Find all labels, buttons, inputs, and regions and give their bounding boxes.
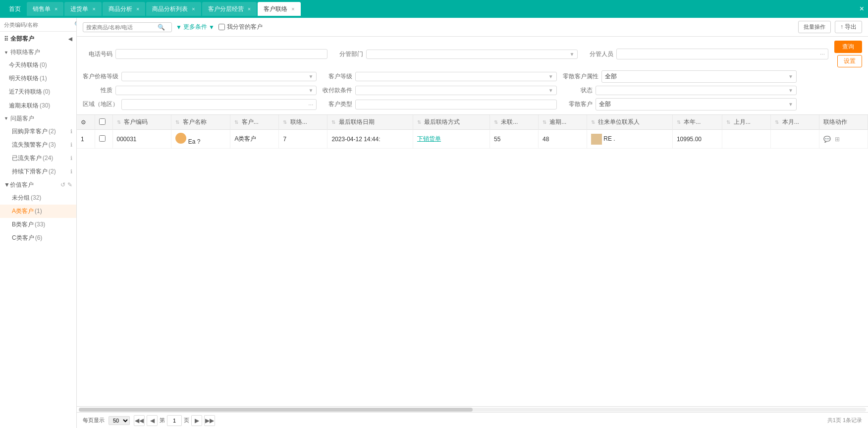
sidebar-edit-icon[interactable]: ✎ <box>67 181 72 188</box>
sidebar-info-icon-2[interactable]: ℹ <box>70 154 72 163</box>
sidebar-item-overdue-contact[interactable]: 逾期未联络 (30) <box>0 99 76 112</box>
total-records-info: 共1页 1条记录 <box>827 417 862 424</box>
tab-purchase-close[interactable]: × <box>92 6 95 12</box>
sidebar-refresh-icon[interactable]: ↺ <box>60 181 65 188</box>
filter-dept-label: 分管部门 <box>333 50 363 58</box>
sidebar-search-bar: 🔍 <box>0 18 76 32</box>
sidebar-wait-contact-header[interactable]: ▼ 待联络客户 <box>0 46 76 58</box>
sidebar-info-icon-0[interactable]: ℹ <box>70 127 72 136</box>
tab-customer-tier[interactable]: 客户分层经营 × <box>202 2 257 16</box>
tab-product-list-close[interactable]: × <box>192 6 195 12</box>
per-page-select[interactable]: 50 <box>108 416 130 425</box>
filter-nature-label: 性质 <box>83 86 112 95</box>
advanced-filter-panel: 电话号码 分管部门 ▼ 分管人员 ··· <box>77 37 868 115</box>
table-col-contacts-person: ⇅ 往来单位联系人 <box>587 115 672 130</box>
top-nav: 首页 销售单 × 进货单 × 商品分析 × 商品分析列表 × 客户分层经营 × … <box>0 0 868 18</box>
table-col-this-month-label: 本月... <box>782 118 799 125</box>
filter-retail-attr-select[interactable]: 全部 ▼ <box>601 70 797 83</box>
sidebar-item-tomorrow-contact[interactable]: 明天待联络 (1) <box>0 72 76 85</box>
sidebar-item-today-contact[interactable]: 今天待联络 (0) <box>0 58 76 72</box>
sidebar-search-input[interactable] <box>4 22 72 28</box>
filter-more-conditions[interactable]: ▼ 更多条件 ▼ <box>176 23 215 31</box>
filter-customer-type-input[interactable] <box>355 100 556 109</box>
tab-product-list[interactable]: 商品分析列表 × <box>146 2 201 16</box>
filter-field-customer-type: 客户类型 <box>323 100 556 109</box>
filter-search-input[interactable] <box>86 24 156 30</box>
first-page-button[interactable]: ◀◀ <box>134 415 145 426</box>
filter-customer-level-select[interactable]: ▼ <box>355 72 556 81</box>
tab-product-analysis-close[interactable]: × <box>136 6 139 12</box>
filter-manager-input[interactable]: ··· <box>616 49 828 59</box>
tab-purchase[interactable]: 进货单 × <box>64 2 101 16</box>
horizontal-scrollbar[interactable] <box>77 406 868 412</box>
tab-sales-close[interactable]: × <box>54 6 57 12</box>
filter-price-level-select[interactable]: ▼ <box>121 72 317 81</box>
sidebar-item-ungrouped[interactable]: 未分组 (32) <box>0 191 76 205</box>
prev-page-button[interactable]: ◀ <box>147 415 158 426</box>
sidebar-item-week-contact-label: 近7天待联络 <box>9 87 42 97</box>
filter-payment-select[interactable]: ▼ <box>355 86 556 95</box>
close-all-button[interactable]: × <box>860 4 864 13</box>
tab-sales[interactable]: 销售单 × <box>27 2 63 16</box>
nav-home[interactable]: 首页 <box>4 5 26 13</box>
row-clipboard-icon[interactable]: ⊞ <box>835 136 840 143</box>
select-all-checkbox[interactable] <box>99 118 106 125</box>
export-icon: ↑ <box>840 23 843 30</box>
tab-customer-contact-close[interactable]: × <box>291 6 294 12</box>
filter-retail-customer-label: 零散客户 <box>563 100 593 108</box>
query-button[interactable]: 查询 <box>834 41 862 53</box>
sidebar-item-churned-count: (24) <box>43 154 53 163</box>
filter-region-dots-icon[interactable]: ··· <box>308 101 313 108</box>
adv-filter-row-3: 性质 ▼ 收付款条件 ▼ 状态 <box>83 86 862 95</box>
sidebar-item-week-contact[interactable]: 近7天待联络 (0) <box>0 85 76 99</box>
filter-search-box: 🔍 <box>83 22 172 32</box>
filter-manager-dots-icon[interactable]: ··· <box>820 51 825 57</box>
sidebar-item-c-class[interactable]: C类客户 (6) <box>0 231 76 245</box>
row-checkbox[interactable] <box>99 135 106 142</box>
next-page-button[interactable]: ▶ <box>191 415 202 426</box>
customer-avatar <box>175 133 186 144</box>
filter-status-label: 状态 <box>563 86 593 95</box>
filter-field-retail-customer: 零散客户 全部 ▼ <box>563 98 797 110</box>
settings-button[interactable]: 设置 <box>837 55 862 67</box>
my-customers-checkbox[interactable] <box>218 24 225 30</box>
row-last-method-link[interactable]: 下销货单 <box>417 135 441 142</box>
table-col-code-label: 客户编码 <box>124 118 148 125</box>
sidebar-item-churned[interactable]: 已流失客户 (24) ℹ <box>0 152 76 165</box>
filter-phone-label: 电话号码 <box>83 50 112 58</box>
gear-icon[interactable]: ⚙ <box>81 119 86 126</box>
filter-status-select[interactable]: ▼ <box>596 86 797 95</box>
filter-search-icon[interactable]: 🔍 <box>158 24 165 31</box>
export-button[interactable]: ↑ 导出 <box>835 21 862 33</box>
filter-dept-select[interactable]: ▼ <box>366 50 578 59</box>
filter-nature-select[interactable]: ▼ <box>115 86 317 95</box>
filter-region-input[interactable]: ··· <box>121 99 317 110</box>
row-chat-icon[interactable]: 💬 <box>823 136 831 143</box>
sidebar-item-today-contact-count: (0) <box>40 60 47 70</box>
sidebar-info-icon-3[interactable]: ℹ <box>70 167 72 176</box>
sidebar-value-customer-arrow: ▼ <box>4 181 10 188</box>
scrollbar-thumb[interactable] <box>79 408 473 412</box>
sidebar-problem-customer-header[interactable]: ▼ 问题客户 <box>0 112 76 125</box>
sort-icon-last-method: ⇅ <box>417 119 421 125</box>
sidebar-item-repurchase-abnormal[interactable]: 回购异常客户 (2) ℹ <box>0 125 76 138</box>
page-number-input[interactable] <box>167 415 182 426</box>
table-col-last-method: ⇅ 最后联络方式 <box>413 115 490 130</box>
sidebar-wait-contact-title: 待联络客户 <box>10 48 40 56</box>
tab-customer-contact[interactable]: 客户联络 × <box>258 2 300 16</box>
last-page-button[interactable]: ▶▶ <box>204 415 215 426</box>
sidebar-item-b-class[interactable]: B类客户 (33) <box>0 218 76 231</box>
filter-phone-input[interactable] <box>115 49 327 59</box>
tab-customer-tier-close[interactable]: × <box>248 6 251 12</box>
filter-retail-customer-caret-icon: ▼ <box>788 102 793 107</box>
filter-retail-customer-select[interactable]: 全部 ▼ <box>596 98 797 110</box>
batch-operation-button[interactable]: 批量操作 <box>798 21 831 33</box>
sidebar-collapse-button[interactable]: ◀ <box>68 36 72 42</box>
sort-icon-this-month: ⇅ <box>775 119 779 125</box>
sidebar-item-c-class-label: C类客户 <box>12 233 34 243</box>
tab-product-analysis[interactable]: 商品分析 × <box>103 2 145 16</box>
sidebar-item-a-class[interactable]: A类客户 (1) <box>0 205 76 218</box>
sidebar-item-churn-warning[interactable]: 流失预警客户 (3) ℹ <box>0 138 76 152</box>
sidebar-info-icon-1[interactable]: ℹ <box>70 141 72 150</box>
sidebar-item-declining[interactable]: 持续下滑客户 (2) ℹ <box>0 165 76 178</box>
